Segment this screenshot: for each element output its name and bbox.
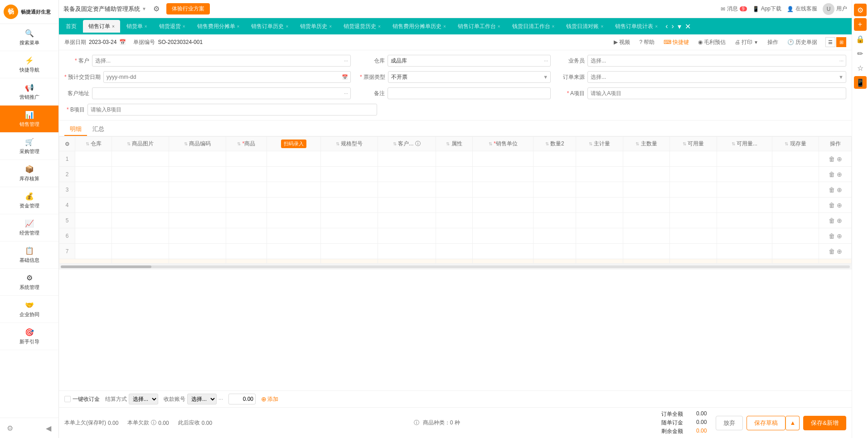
tab-invoice-history[interactable]: 销货单历史 × bbox=[295, 20, 337, 33]
account-select[interactable]: 选择... bbox=[187, 394, 217, 404]
sidebar-item-基础信息[interactable]: 📋 基础信息 bbox=[0, 241, 58, 269]
delete-row-icon[interactable]: 🗑 bbox=[829, 232, 835, 240]
preview-button[interactable]: ▶ 视频 bbox=[611, 38, 633, 47]
delivery-date-input[interactable] bbox=[103, 71, 351, 83]
topbar-settings-icon[interactable]: ⚙ bbox=[150, 3, 163, 15]
remark-input[interactable] bbox=[388, 87, 551, 99]
tab-sales-order-history[interactable]: 销售订单历史 × bbox=[246, 20, 294, 33]
operations-button[interactable]: 操作 bbox=[765, 38, 781, 47]
tab-home[interactable]: 首页 bbox=[60, 20, 82, 33]
delete-row-icon[interactable]: 🗑 bbox=[829, 155, 835, 163]
tab-sales-return[interactable]: 销货退货 × bbox=[154, 20, 191, 33]
tab-close-icon[interactable]: × bbox=[329, 24, 332, 29]
sidebar-item-系统管理[interactable]: ⚙ 系统管理 bbox=[0, 269, 58, 296]
row-attr[interactable] bbox=[436, 151, 472, 167]
tab-close-icon[interactable]: × bbox=[112, 24, 115, 29]
delete-row-icon[interactable]: 🗑 bbox=[829, 186, 835, 193]
delete-row-icon[interactable]: 🗑 bbox=[829, 248, 835, 255]
save-draft-button[interactable]: 保存草稿 bbox=[747, 416, 786, 430]
settings-icon[interactable]: ⚙ bbox=[4, 422, 16, 434]
delivery-calendar-icon[interactable]: 📅 bbox=[342, 74, 348, 80]
copy-row-icon[interactable]: ⊕ bbox=[837, 155, 842, 163]
tab-prev-icon[interactable]: ‹ bbox=[664, 22, 669, 30]
table-settings-icon[interactable]: ⚙ bbox=[65, 141, 70, 147]
right-panel-star-icon[interactable]: ☆ bbox=[854, 62, 867, 74]
right-panel-edit-icon[interactable]: ✏ bbox=[854, 47, 867, 60]
staff-dots-icon[interactable]: ··· bbox=[839, 58, 844, 63]
customer-dots-icon[interactable]: ··· bbox=[344, 58, 348, 63]
row-available[interactable] bbox=[670, 151, 717, 167]
sidebar-item-资金管理[interactable]: 💰 资金管理 bbox=[0, 187, 58, 214]
table-scrollbar[interactable] bbox=[59, 263, 852, 270]
print-button[interactable]: 🖨 打印 ▼ bbox=[732, 38, 761, 47]
history-button[interactable]: 🕐 历史单据 bbox=[785, 38, 820, 47]
sidebar-item-经营管理[interactable]: 📈 经营管理 bbox=[0, 214, 58, 241]
warehouse-dots-icon[interactable]: ··· bbox=[544, 58, 548, 63]
tab-close-icon[interactable]: × bbox=[286, 24, 288, 29]
tab-close-icon[interactable]: × bbox=[237, 24, 240, 29]
tab-close-all-icon[interactable]: ✕ bbox=[683, 22, 693, 31]
tab-expense-history[interactable]: 销售费用分摊单历史 × bbox=[387, 20, 451, 33]
copy-row-icon[interactable]: ⊕ bbox=[837, 186, 842, 193]
quick-confirm-checkbox[interactable]: 一键收订金 bbox=[64, 395, 100, 403]
checkbox-icon[interactable] bbox=[64, 396, 71, 402]
row-stock[interactable] bbox=[772, 151, 819, 167]
app-download-button[interactable]: 📱 App下载 bbox=[752, 5, 781, 13]
invoice-type-select[interactable]: 不开票 增值税普通发票 增值税专用发票 bbox=[388, 71, 551, 83]
row-customer-ref[interactable] bbox=[378, 151, 436, 167]
customer-input[interactable] bbox=[92, 55, 351, 67]
right-panel-add-icon[interactable]: + bbox=[854, 18, 867, 31]
save-new-button[interactable]: 保存&新增 bbox=[803, 416, 846, 430]
tab-close-icon[interactable]: × bbox=[378, 24, 381, 29]
right-panel-phone-icon[interactable]: 📱 bbox=[854, 76, 867, 89]
print-dropdown-icon[interactable]: ▼ bbox=[754, 40, 758, 45]
sidebar-item-新手引导[interactable]: 🎯 新手引导 bbox=[0, 323, 58, 350]
industry-solution-button[interactable]: 体验行业方案 bbox=[166, 3, 210, 14]
tab-close-icon[interactable]: × bbox=[655, 24, 658, 29]
address-dots-icon[interactable]: ··· bbox=[344, 91, 348, 96]
tab-close-icon[interactable]: × bbox=[183, 24, 185, 29]
copy-row-icon[interactable]: ⊕ bbox=[837, 202, 842, 209]
tab-daily-workbench[interactable]: 钱货日清工作台 × bbox=[507, 20, 560, 33]
user-menu-button[interactable]: U 用户 bbox=[823, 3, 847, 15]
table-container[interactable]: ⚙ ⇅ 仓库 ⇅ 商品图片 ⇅ 商品编码 ⇅ *商品 扫码录入 ⇅ 规格型号 ⇅… bbox=[59, 136, 852, 263]
scan-input-button[interactable]: 扫码录入 bbox=[281, 140, 306, 148]
tab-sales-order[interactable]: 销售订单 × bbox=[83, 20, 120, 33]
collapse-icon[interactable]: ◀ bbox=[42, 422, 55, 434]
row-available2[interactable] bbox=[717, 151, 772, 167]
row-warehouse[interactable] bbox=[75, 151, 112, 167]
payment-method-select[interactable]: 选择... bbox=[129, 394, 158, 404]
row-code[interactable] bbox=[169, 151, 226, 167]
copy-row-icon[interactable]: ⊕ bbox=[837, 171, 842, 178]
tab-close-icon[interactable]: × bbox=[498, 24, 500, 29]
delete-row-icon[interactable]: 🗑 bbox=[829, 217, 835, 224]
right-panel-lock-icon[interactable]: 🔒 bbox=[854, 33, 867, 45]
scrollbar-track[interactable] bbox=[61, 265, 850, 268]
tab-dropdown-icon[interactable]: ▾ bbox=[676, 22, 683, 31]
sidebar-item-销售管理[interactable]: 📊 销售管理 bbox=[0, 106, 58, 133]
right-panel-settings-icon[interactable]: ⚙ bbox=[854, 4, 867, 16]
tab-next-icon[interactable]: › bbox=[669, 22, 675, 30]
delete-row-icon[interactable]: 🗑 bbox=[829, 202, 835, 209]
project-b-input[interactable] bbox=[87, 104, 377, 116]
order-source-dropdown-icon[interactable]: ▼ bbox=[839, 74, 844, 80]
sidebar-item-快捷导航[interactable]: ⚡ 快捷导航 bbox=[0, 51, 58, 78]
tab-close-icon[interactable]: × bbox=[601, 24, 603, 29]
shortcut-button[interactable]: ⌨ 快捷键 bbox=[661, 38, 692, 47]
row-main-unit[interactable] bbox=[576, 151, 623, 167]
add-payment-button[interactable]: ⊕ 添加 bbox=[261, 395, 278, 403]
row-qty2[interactable] bbox=[533, 151, 576, 167]
copy-row-icon[interactable]: ⊕ bbox=[837, 217, 842, 224]
row-spec[interactable] bbox=[321, 151, 378, 167]
sidebar-item-采购管理[interactable]: 🛒 采购管理 bbox=[0, 133, 58, 160]
sidebar-item-营销推广[interactable]: 📢 营销推广 bbox=[0, 78, 58, 106]
tab-close-icon[interactable]: × bbox=[552, 24, 555, 29]
list-view-icon[interactable]: ☰ bbox=[825, 37, 835, 47]
sidebar-item-搜索菜单[interactable]: 🔍 搜索菜单 bbox=[0, 24, 58, 51]
profit-button[interactable]: ◉ 毛利预估 bbox=[695, 38, 728, 47]
tab-daily-reconcile[interactable]: 钱货日清对账 × bbox=[561, 20, 609, 33]
grid-view-icon[interactable]: ⊞ bbox=[836, 37, 846, 47]
save-draft-arrow-button[interactable]: ▲ bbox=[786, 416, 800, 430]
tab-return-history[interactable]: 销货退货历史 × bbox=[338, 20, 386, 33]
calendar-icon[interactable]: 📅 bbox=[119, 39, 126, 45]
